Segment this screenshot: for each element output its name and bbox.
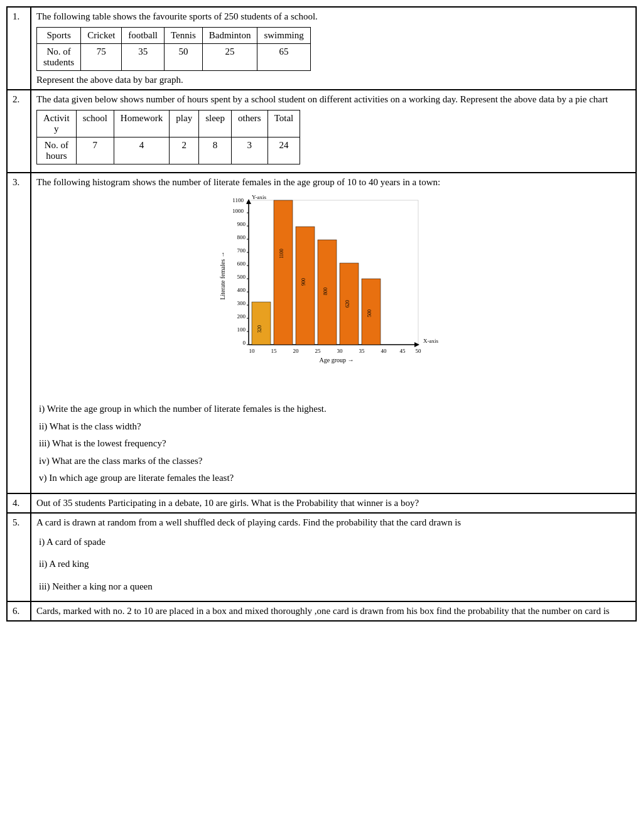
x-axis-marker: X-axis	[423, 338, 438, 344]
svg-text:45: 45	[400, 348, 406, 354]
col-school: school	[76, 110, 114, 137]
cell-cricket-val: 75	[81, 44, 122, 71]
svg-text:15: 15	[271, 348, 278, 354]
col-cricket: Cricket	[81, 28, 122, 44]
row-label-students: No. ofstudents	[37, 44, 81, 71]
q3-sub-iii: iii) What is the lowest frequency?	[39, 436, 630, 452]
table-row: 1. The following table shows the favouri…	[7, 7, 636, 90]
question-number-1: 1.	[7, 7, 31, 90]
col-play: play	[170, 110, 199, 137]
histogram-container: Literate females → 0	[214, 194, 453, 395]
svg-text:40: 40	[381, 348, 387, 354]
svg-text:10: 10	[249, 348, 256, 354]
svg-text:700: 700	[237, 247, 246, 254]
svg-text:100: 100	[237, 326, 246, 333]
col-sleep: sleep	[199, 110, 232, 137]
cell-play-val: 2	[170, 137, 199, 164]
row-label-hours: No. ofhours	[37, 137, 77, 164]
col-sports: Sports	[37, 28, 81, 44]
q5-sub-questions: i) A card of spade ii) A red king iii) N…	[39, 534, 630, 595]
q3-sub-ii: ii) What is the class width?	[39, 419, 630, 435]
svg-text:0: 0	[243, 340, 246, 346]
q4-text: Out of 35 students Participating in a de…	[36, 498, 630, 509]
svg-text:1100: 1100	[232, 197, 244, 203]
bar-label-620: 620	[345, 300, 350, 308]
cell-swimming-val: 65	[257, 44, 310, 71]
svg-text:200: 200	[237, 313, 246, 320]
svg-text:50: 50	[416, 348, 422, 354]
q5-sub-i: i) A card of spade	[39, 534, 630, 551]
q6-text: Cards, marked with no. 2 to 10 are place…	[36, 606, 630, 617]
question-1-content: The following table shows the favourite …	[31, 7, 636, 90]
page: 1. The following table shows the favouri…	[0, 0, 643, 628]
question-6-content: Cards, marked with no. 2 to 10 are place…	[31, 601, 636, 621]
table-row: 2. The data given below shows number of …	[7, 90, 636, 173]
bar-label-800: 800	[323, 288, 328, 295]
svg-text:400: 400	[237, 287, 246, 293]
x-tick-labels: 10 15 20 25 30 35 40 45 50	[249, 348, 422, 354]
cell-others-val: 3	[232, 137, 268, 164]
bar-label-320: 320	[257, 325, 262, 333]
q1-table: Sports Cricket football Tennis Badminton…	[36, 27, 311, 71]
y-axis-header: Y-axis	[252, 194, 266, 200]
x-axis-title: Age group →	[320, 357, 354, 363]
bar-10-15	[252, 302, 271, 345]
col-tennis: Tennis	[164, 28, 202, 44]
table-row: 4. Out of 35 students Participating in a…	[7, 493, 636, 513]
q5-sub-ii: ii) A red king	[39, 556, 630, 573]
cell-total-val: 24	[267, 137, 300, 164]
svg-text:500: 500	[237, 274, 246, 280]
question-5-content: A card is drawn at random from a well sh…	[31, 513, 636, 602]
svg-text:600: 600	[237, 261, 246, 267]
histogram-svg: Literate females → 0	[217, 194, 450, 395]
bar-label-900: 900	[301, 278, 306, 286]
question-2-content: The data given below shows number of hou…	[31, 90, 636, 173]
y-tick-labels: 0 100 200 300 400 500	[232, 197, 249, 346]
q3-sub-iv: iv) What are the class marks of the clas…	[39, 453, 630, 470]
col-homework: Homework	[114, 110, 170, 137]
q3-sub-questions: i) Write the age group in which the numb…	[39, 401, 630, 487]
bar-label-1100: 1100	[279, 249, 284, 259]
bar-15-20	[274, 200, 293, 345]
cell-school-val: 7	[76, 137, 114, 164]
q3-sub-i: i) Write the age group in which the numb…	[39, 401, 630, 417]
cell-tennis-val: 50	[164, 44, 202, 71]
table-row: 5. A card is drawn at random from a well…	[7, 513, 636, 602]
col-activity: Activity	[37, 110, 77, 137]
svg-text:900: 900	[237, 221, 246, 227]
col-others: others	[232, 110, 268, 137]
question-3-content: The following histogram shows the number…	[31, 173, 636, 493]
question-number-3: 3.	[7, 173, 31, 493]
col-football: football	[122, 28, 165, 44]
question-number-6: 6.	[7, 601, 31, 621]
bar-label-500: 500	[367, 310, 372, 317]
y-axis-title: Literate females →	[219, 251, 226, 299]
cell-football-val: 35	[122, 44, 165, 71]
questions-table: 1. The following table shows the favouri…	[6, 6, 637, 622]
svg-text:35: 35	[359, 348, 365, 354]
q1-intro: The following table shows the favourite …	[36, 11, 630, 22]
question-number-2: 2.	[7, 90, 31, 173]
table-row: 3. The following histogram shows the num…	[7, 173, 636, 493]
q5-sub-iii: iii) Neither a king nor a queen	[39, 579, 630, 595]
svg-text:1000: 1000	[232, 208, 244, 214]
svg-text:20: 20	[293, 348, 300, 354]
cell-sleep-val: 8	[199, 137, 232, 164]
question-4-content: Out of 35 students Participating in a de…	[31, 493, 636, 513]
col-badminton: Badminton	[202, 28, 257, 44]
cell-homework-val: 4	[114, 137, 170, 164]
table-row: 6. Cards, marked with no. 2 to 10 are pl…	[7, 601, 636, 621]
q2-table: Activity school Homework play sleep othe…	[36, 110, 300, 164]
col-total: Total	[267, 110, 300, 137]
col-swimming: swimming	[257, 28, 310, 44]
svg-text:300: 300	[237, 300, 246, 306]
svg-text:25: 25	[315, 348, 322, 354]
svg-text:30: 30	[337, 348, 343, 354]
q1-instruction: Represent the above data by bar graph.	[36, 75, 630, 85]
svg-text:800: 800	[237, 234, 246, 240]
question-number-4: 4.	[7, 493, 31, 513]
cell-badminton-val: 25	[202, 44, 257, 71]
q2-intro: The data given below shows number of hou…	[36, 94, 630, 105]
question-number-5: 5.	[7, 513, 31, 602]
q3-sub-v: v) In which age group are literate femal…	[39, 470, 630, 487]
